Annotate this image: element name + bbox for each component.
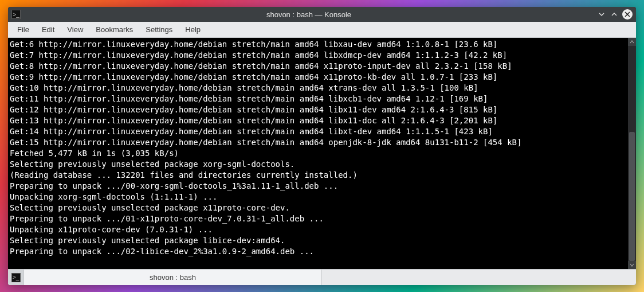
terminal-line: Get:7 http://mirror.linuxeveryday.home/d… [10,50,626,61]
terminal-line: Get:10 http://mirror.linuxeveryday.home/… [10,83,626,94]
terminal-line: (Reading database ... 132201 files and d… [10,170,626,181]
terminal-line: Selecting previously unselected package … [10,235,626,246]
terminal-output[interactable]: Get:6 http://mirror.linuxeveryday.home/d… [8,38,628,269]
menu-help[interactable]: Help [179,24,206,35]
terminal-line: Selecting previously unselected package … [10,159,626,170]
terminal-line: Get:12 http://mirror.linuxeveryday.home/… [10,104,626,115]
new-tab-button[interactable]: >_ [8,270,24,285]
app-icon: >_ [11,10,21,19]
close-button[interactable] [622,9,633,20]
terminal-line: Preparing to unpack .../01-x11proto-core… [10,213,626,224]
window-controls [597,9,633,20]
scrollbar-thumb[interactable] [629,132,635,261]
minimize-button[interactable] [597,10,606,19]
terminal-line: Get:6 http://mirror.linuxeveryday.home/d… [10,39,626,50]
konsole-window: >_ shovon : bash — Konsole File Edit Vie… [8,7,636,285]
menu-bar: File Edit View Bookmarks Settings Help [8,22,636,38]
terminal-line: Get:9 http://mirror.linuxeveryday.home/d… [10,72,626,83]
terminal-line: Fetched 5,477 kB in 1s (3,035 kB/s) [10,148,626,159]
terminal-line: Preparing to unpack .../00-xorg-sgml-doc… [10,181,626,192]
terminal-icon: >_ [11,273,21,282]
terminal-line: Get:15 http://mirror.linuxeveryday.home/… [10,137,626,148]
menu-view[interactable]: View [61,24,89,35]
terminal-line: Get:13 http://mirror.linuxeveryday.home/… [10,115,626,126]
scroll-down-icon[interactable] [628,261,636,269]
scroll-up-icon[interactable] [628,38,636,46]
menu-settings[interactable]: Settings [140,24,178,35]
terminal-line: Get:11 http://mirror.linuxeveryday.home/… [10,94,626,104]
title-bar[interactable]: >_ shovon : bash — Konsole [8,7,636,22]
tab-active[interactable]: shovon : bash [24,270,322,285]
terminal-line: Selecting previously unselected package … [10,203,626,213]
terminal-line: Get:14 http://mirror.linuxeveryday.home/… [10,126,626,137]
tab-bar: >_ shovon : bash [8,269,636,285]
menu-file[interactable]: File [11,24,35,35]
window-title: shovon : bash — Konsole [21,10,597,19]
scrollbar[interactable] [628,38,636,269]
menu-edit[interactable]: Edit [36,24,60,35]
terminal-line: Preparing to unpack .../02-libice-dev_2%… [10,246,626,257]
tab-label: shovon : bash [150,273,196,282]
maximize-button[interactable] [610,10,619,19]
terminal-line: Get:8 http://mirror.linuxeveryday.home/d… [10,61,626,72]
terminal-wrapper: Get:6 http://mirror.linuxeveryday.home/d… [8,38,636,269]
terminal-line: Unpacking x11proto-core-dev (7.0.31-1) .… [10,224,626,235]
menu-bookmarks[interactable]: Bookmarks [90,24,139,35]
terminal-line: Unpacking xorg-sgml-doctools (1:1.11-1) … [10,192,626,203]
scrollbar-track[interactable] [628,46,636,261]
